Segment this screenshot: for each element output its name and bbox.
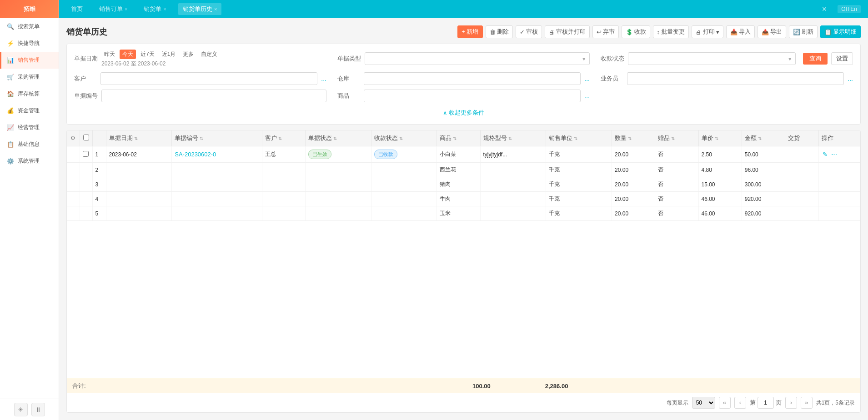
date-block: 昨天 今天 近7天 近1月 更多 自定义 2023-06-02 至 2023-0…: [101, 50, 220, 68]
doc-type-select[interactable]: ▾: [365, 52, 590, 65]
sidebar-item-search-menu[interactable]: 🔍 搜索菜单: [0, 18, 59, 35]
often-badge-area[interactable]: OfTEn: [838, 5, 861, 13]
tab-sales-goods[interactable]: 销货单 ×: [139, 3, 171, 15]
delete-button[interactable]: 🗑 删除: [486, 25, 513, 38]
payment-status-select[interactable]: ▾: [628, 52, 796, 65]
row1-doc-status: 已生效: [305, 146, 371, 163]
row1-edit-icon[interactable]: ✎: [822, 151, 828, 158]
settings-button[interactable]: 设置: [831, 52, 853, 65]
page-last-btn[interactable]: »: [801, 397, 813, 409]
table-scroll-area[interactable]: ⚙ 单据日期 ⇅: [67, 130, 860, 379]
doc-type-label: 单据类型: [337, 55, 361, 63]
search-button[interactable]: 查询: [803, 53, 828, 65]
collect-button[interactable]: 💲 收款: [622, 25, 650, 38]
abandon-button[interactable]: ↩ 弃审: [592, 25, 619, 38]
th-unit[interactable]: 销售单位 ⇅: [546, 130, 612, 146]
sidebar-item-quick-nav[interactable]: ⚡ 快捷导航: [0, 35, 59, 52]
page-input[interactable]: [758, 397, 774, 409]
goods-ellipsis[interactable]: ...: [584, 92, 590, 100]
th-amount[interactable]: 金额 ⇅: [742, 130, 785, 146]
customer-ellipsis[interactable]: ...: [321, 75, 326, 82]
tab-sales-order-close[interactable]: ×: [125, 6, 127, 12]
shortcut-more[interactable]: 更多: [180, 50, 196, 59]
th-customer[interactable]: 客户 ⇅: [262, 130, 305, 146]
th-doc-no[interactable]: 单据编号 ⇅: [172, 130, 262, 146]
th-doc-status[interactable]: 单据状态 ⇅: [305, 130, 371, 146]
row3-spec: [480, 177, 546, 192]
new-button[interactable]: + 新增: [457, 25, 482, 38]
th-doc-date[interactable]: 单据日期 ⇅: [106, 130, 172, 146]
basic-info-icon: 📋: [7, 141, 14, 148]
import-icon: 📥: [730, 29, 738, 35]
batch-change-icon: ↕: [657, 29, 660, 35]
doc-no-input[interactable]: [101, 90, 326, 102]
th-payment-status[interactable]: 收款状态 ⇅: [371, 130, 437, 146]
sidebar-item-basic-info[interactable]: 📋 基础信息: [0, 136, 59, 153]
import-button[interactable]: 📥 导入: [726, 25, 755, 38]
shortcut-7days[interactable]: 近7天: [138, 50, 157, 59]
row5-doc-status: [305, 206, 371, 221]
sidebar-item-operations[interactable]: 📈 经营管理: [0, 119, 59, 136]
collapse-button[interactable]: ∧ 收起更多条件: [74, 107, 853, 119]
sidebar-bottom-btn1[interactable]: ☀: [14, 403, 28, 416]
per-page-select[interactable]: 50 100 200: [692, 397, 715, 409]
export-button[interactable]: 📤 导出: [758, 25, 786, 38]
sidebar-item-finance[interactable]: 💰 资金管理: [0, 102, 59, 119]
tab-sales-order[interactable]: 销售订单 ×: [95, 3, 132, 15]
warehouse-ellipsis[interactable]: ...: [584, 75, 590, 82]
th-qty[interactable]: 数量 ⇅: [612, 130, 655, 146]
warehouse-input[interactable]: [364, 72, 581, 85]
tab-home[interactable]: 首页: [66, 3, 87, 15]
audit-print-button[interactable]: 🖨 审核并打印: [545, 25, 590, 38]
row2-doc-status: [305, 163, 371, 177]
shortcut-1month[interactable]: 近1月: [159, 50, 179, 59]
tab-sales-history[interactable]: 销货单历史 ×: [178, 3, 221, 15]
show-detail-button[interactable]: 📋 显示明细: [820, 25, 861, 38]
th-settings[interactable]: ⚙: [67, 130, 80, 146]
total-qty: 100.00: [472, 383, 491, 390]
per-page-label: 每页显示: [667, 399, 688, 407]
sidebar-item-purchase[interactable]: 🛒 采购管理: [0, 69, 59, 85]
date-shortcuts: 昨天 今天 近7天 近1月 更多 自定义: [101, 50, 220, 59]
batch-change-button[interactable]: ↕ 批量变更: [653, 25, 689, 38]
customer-input[interactable]: [100, 72, 317, 85]
row3-qty: 20.00: [612, 177, 655, 192]
sort-spec-icon: ⇅: [508, 136, 512, 141]
row1-doc-no-link[interactable]: SA-20230602-0: [175, 151, 216, 158]
row1-customer: 王总: [262, 146, 305, 163]
shortcut-custom[interactable]: 自定义: [198, 50, 220, 59]
nav-close-btn[interactable]: ×: [818, 5, 831, 14]
page-prev-btn[interactable]: ‹: [734, 397, 746, 409]
salesman-ellipsis[interactable]: ...: [848, 75, 853, 82]
select-all-checkbox[interactable]: [83, 135, 89, 140]
salesman-input[interactable]: [627, 72, 844, 85]
goods-input[interactable]: [364, 90, 581, 102]
print-dropdown-icon: ▾: [716, 29, 719, 35]
th-price[interactable]: 单价 ⇅: [698, 130, 742, 146]
row5-spec: [480, 206, 546, 221]
sidebar-bottom-btn2[interactable]: ⏸: [31, 403, 45, 416]
th-gift[interactable]: 赠品 ⇅: [655, 130, 698, 146]
shortcut-yesterday[interactable]: 昨天: [101, 50, 118, 59]
tab-sales-goods-close[interactable]: ×: [163, 6, 166, 12]
salesman-label: 业务员: [601, 75, 623, 83]
row1-more-icon[interactable]: ⋯: [830, 151, 838, 158]
total-amount: 2,286.00: [545, 383, 568, 390]
row2-qty: 20.00: [612, 163, 655, 177]
page-next-btn[interactable]: ›: [785, 397, 797, 409]
tab-sales-history-close[interactable]: ×: [214, 6, 217, 12]
audit-button[interactable]: ✓ 审核: [516, 25, 542, 38]
sidebar-item-sales[interactable]: 📊 销售管理: [0, 52, 59, 69]
print-button[interactable]: 🖨 打印 ▾: [692, 25, 723, 38]
th-spec[interactable]: 规格型号 ⇅: [480, 130, 546, 146]
th-goods[interactable]: 商品 ⇅: [437, 130, 480, 146]
row1-price: 2.50: [698, 146, 742, 163]
row3-payment-status: [371, 177, 437, 192]
page-first-btn[interactable]: «: [719, 397, 731, 409]
refresh-button[interactable]: 🔄 刷新: [789, 25, 818, 38]
shortcut-today[interactable]: 今天: [120, 50, 136, 59]
sidebar-item-inventory[interactable]: 🏠 库存核算: [0, 85, 59, 102]
sidebar-item-system[interactable]: ⚙️ 系统管理: [0, 153, 59, 170]
row4-action: [819, 192, 860, 206]
table-row: 1 2023-06-02 SA-20230602-0 王总 已生效 已收款 小白…: [67, 146, 860, 163]
